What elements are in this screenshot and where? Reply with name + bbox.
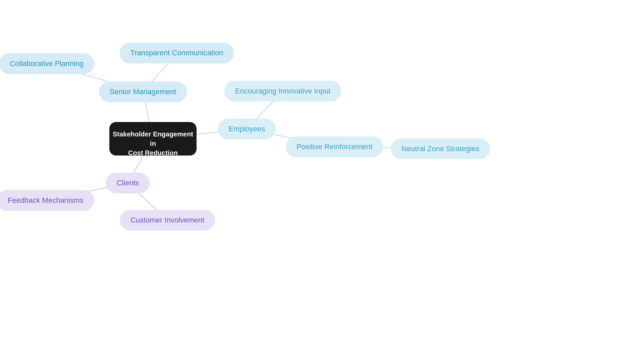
senior-management-node[interactable]: Senior Management bbox=[99, 81, 187, 102]
clients-node[interactable]: Clients bbox=[106, 173, 150, 193]
collaborative-planning-node[interactable]: Collaborative Planning bbox=[0, 53, 94, 74]
transparent-communication-node[interactable]: Transparent Communication bbox=[120, 43, 234, 63]
center-node[interactable]: Stakeholder Engagement inCost Reduction bbox=[109, 122, 197, 156]
employees-node[interactable]: Employees bbox=[218, 119, 276, 139]
positive-reinforcement-node[interactable]: Positive Reinforcement bbox=[286, 136, 383, 157]
customer-involvement-node[interactable]: Customer Involvement bbox=[120, 210, 215, 231]
feedback-mechanisms-node[interactable]: Feedback Mechanisms bbox=[0, 190, 94, 211]
neutral-zone-node[interactable]: Neutral Zone Strategies bbox=[391, 138, 490, 159]
encouraging-innovative-node[interactable]: Encouraging Innovative Input bbox=[224, 81, 341, 102]
